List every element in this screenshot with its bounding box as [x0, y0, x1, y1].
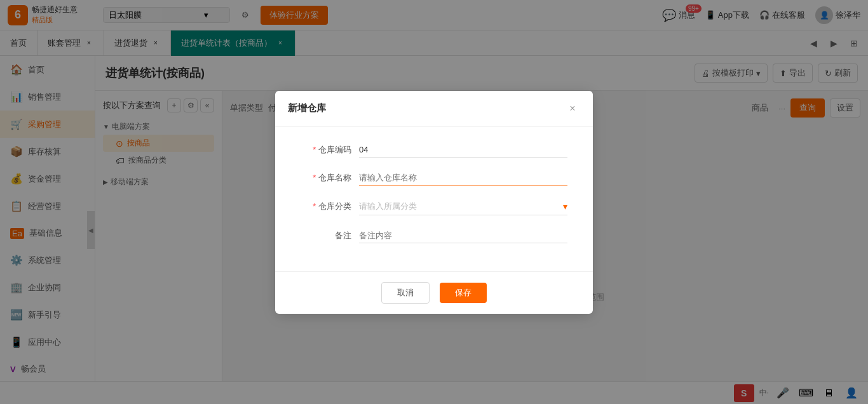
category-arrow-icon: ▾ — [563, 201, 567, 212]
remark-input[interactable] — [359, 228, 567, 243]
form-row-code: 仓库编码 — [301, 142, 567, 158]
category-placeholder: 请输入所属分类 — [359, 201, 417, 212]
form-row-remark: 备注 — [301, 228, 567, 243]
form-row-name: 仓库名称 — [301, 170, 567, 185]
name-input[interactable] — [359, 170, 567, 185]
dialog-title: 新增仓库 — [288, 102, 326, 114]
dialog-footer: 取消 保存 — [275, 271, 593, 314]
code-label: 仓库编码 — [301, 144, 351, 156]
category-select[interactable]: 请输入所属分类 ▾ — [359, 198, 567, 215]
form-row-category: 仓库分类 请输入所属分类 ▾ — [301, 198, 567, 215]
save-button[interactable]: 保存 — [440, 283, 487, 303]
dialog-body: 仓库编码 仓库名称 仓库分类 请输入所属分类 ▾ 备注 — [275, 127, 593, 271]
cancel-button[interactable]: 取消 — [381, 282, 430, 304]
dialog-header: 新增仓库 × — [275, 91, 593, 127]
code-input[interactable] — [359, 142, 567, 158]
new-warehouse-dialog: 新增仓库 × 仓库编码 仓库名称 仓库分类 请输入所属分类 ▾ — [275, 91, 593, 314]
remark-label: 备注 — [301, 230, 351, 241]
name-label: 仓库名称 — [301, 172, 351, 184]
dialog-overlay[interactable]: 新增仓库 × 仓库编码 仓库名称 仓库分类 请输入所属分类 ▾ — [0, 0, 868, 404]
dialog-close-button[interactable]: × — [565, 101, 580, 116]
category-label: 仓库分类 — [301, 201, 351, 212]
